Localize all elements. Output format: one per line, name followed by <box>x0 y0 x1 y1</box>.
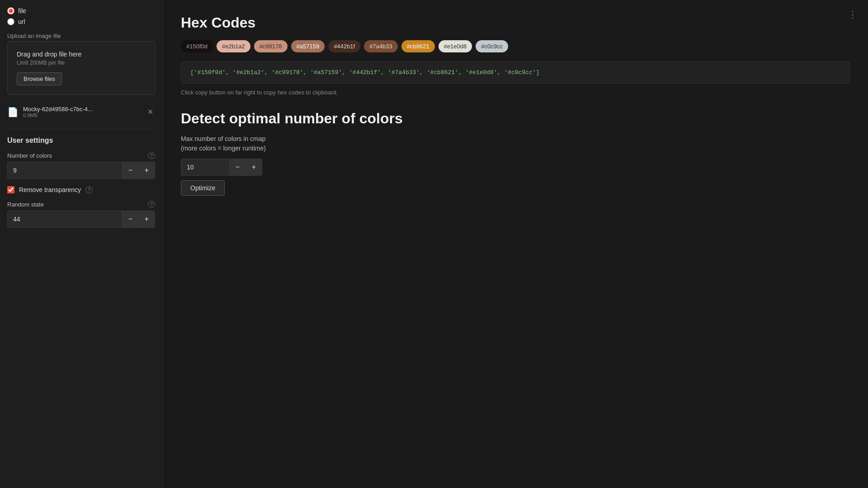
file-info: Mocky-62d49588-c7bc-4... 0.9MB <box>23 106 141 118</box>
hex-chip[interactable]: #150f0d <box>181 40 213 52</box>
random-state-setting: Random state ? 44 − + <box>7 201 155 228</box>
radio-url-input[interactable] <box>7 18 14 25</box>
hex-codes-heading: Hex Codes <box>181 14 850 31</box>
hex-chip[interactable]: #c0c9cc <box>476 40 508 52</box>
file-name: Mocky-62d49588-c7bc-4... <box>23 106 141 113</box>
file-icon: 📄 <box>7 107 19 117</box>
drag-drop-text: Drag and drop file here <box>17 51 81 58</box>
random-state-header: Random state ? <box>7 201 155 208</box>
detect-heading: Detect optimal number of colors <box>181 110 850 127</box>
random-state-minus-button[interactable]: − <box>122 211 138 227</box>
upload-section: Upload an image file Drag and drop file … <box>7 33 155 95</box>
radio-url[interactable]: url <box>7 18 155 25</box>
random-state-label: Random state <box>7 201 44 208</box>
max-colors-input: 10 − + <box>181 159 262 176</box>
hex-chip[interactable]: #c99178 <box>254 40 288 52</box>
max-colors-value: 10 <box>181 160 229 174</box>
upload-box[interactable]: Drag and drop file here Limit 200MB per … <box>7 41 155 95</box>
hex-chip[interactable]: #e2b1a2 <box>217 40 250 52</box>
settings-title: User settings <box>7 136 155 145</box>
hex-chip[interactable]: #e1e0d8 <box>439 40 472 52</box>
user-settings-section: User settings <box>7 136 155 145</box>
hex-chip[interactable]: #7a4b33 <box>364 40 398 52</box>
upload-label: Upload an image file <box>7 33 155 39</box>
hex-chip[interactable]: #cb8621 <box>401 40 435 52</box>
radio-url-label: url <box>18 18 25 25</box>
remove-transparency-help-icon[interactable]: ? <box>85 186 93 193</box>
hex-codes-section: Hex Codes #150f0d#e2b1a2#c99178#a57159#4… <box>181 14 850 96</box>
hex-chips-container: #150f0d#e2b1a2#c99178#a57159#442b1f#7a4b… <box>181 40 850 52</box>
hex-chip[interactable]: #a57159 <box>291 40 325 52</box>
num-colors-plus-button[interactable]: + <box>138 162 155 178</box>
detect-section: Detect optimal number of colors Max numb… <box>181 110 850 196</box>
file-size: 0.9MB <box>23 113 141 118</box>
num-colors-minus-button[interactable]: − <box>122 162 138 178</box>
divider-1 <box>7 129 155 129</box>
radio-file[interactable]: file <box>7 7 155 14</box>
remove-transparency-checkbox[interactable] <box>7 186 14 193</box>
detect-label: Max number of colors in cmap (more color… <box>181 134 271 153</box>
num-colors-setting: Number of colors ? 9 − + <box>7 152 155 179</box>
main-content: ⋮ Hex Codes #150f0d#e2b1a2#c99178#a57159… <box>163 0 868 488</box>
random-state-value: 44 <box>8 212 122 226</box>
top-right-menu-icon[interactable]: ⋮ <box>848 9 857 20</box>
radio-file-label: file <box>18 7 26 14</box>
random-state-input: 44 − + <box>7 211 155 228</box>
file-item: 📄 Mocky-62d49588-c7bc-4... 0.9MB ✕ <box>7 102 155 122</box>
browse-files-button[interactable]: Browse files <box>17 72 62 85</box>
max-colors-minus-button[interactable]: − <box>229 159 245 175</box>
sidebar: file url Upload an image file Drag and d… <box>0 0 163 488</box>
max-colors-plus-button[interactable]: + <box>245 159 262 175</box>
num-colors-input: 9 − + <box>7 162 155 179</box>
random-state-plus-button[interactable]: + <box>138 211 155 227</box>
remove-transparency-row: Remove transparency ? <box>7 186 155 193</box>
remove-transparency-label: Remove transparency <box>19 186 81 193</box>
radio-file-input[interactable] <box>7 7 14 14</box>
hex-chip[interactable]: #442b1f <box>328 40 360 52</box>
num-colors-label: Number of colors <box>7 152 52 159</box>
num-colors-header: Number of colors ? <box>7 152 155 159</box>
hex-code-block: ['#150f0d', '#e2b1a2', '#c99178', '#a571… <box>181 61 850 84</box>
random-state-help-icon[interactable]: ? <box>148 201 155 208</box>
num-colors-help-icon[interactable]: ? <box>148 152 155 159</box>
file-limit-text: Limit 200MB per file <box>17 60 65 66</box>
num-colors-value: 9 <box>8 163 122 178</box>
optimize-button[interactable]: Optimize <box>181 180 225 196</box>
hex-hint-text: Click copy button on far right to copy h… <box>181 89 850 96</box>
file-close-button[interactable]: ✕ <box>146 107 155 117</box>
source-radio-group: file url <box>7 7 155 25</box>
